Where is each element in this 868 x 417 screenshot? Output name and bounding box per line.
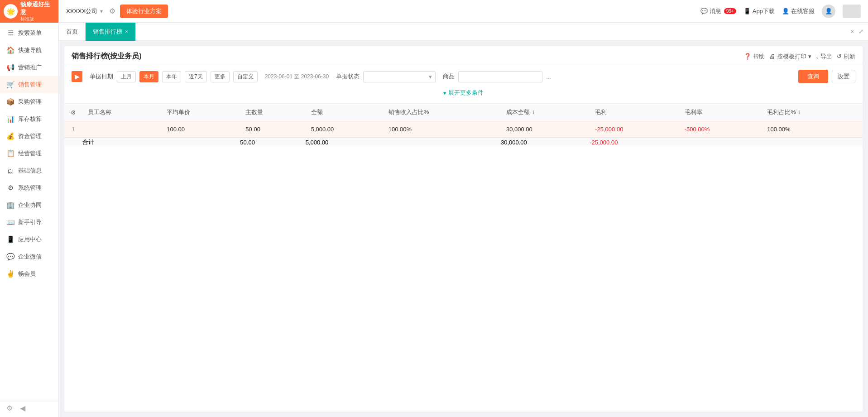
sidebar-icon-guide: 📖 (6, 218, 14, 226)
sidebar-settings-icon[interactable]: ⚙ (6, 404, 13, 412)
expand-row: ▾ 展开更多条件 (72, 87, 855, 99)
print-chevron-icon: ▾ (808, 53, 811, 60)
sidebar-item-quick-nav[interactable]: 🏠 快捷导航 (0, 42, 58, 59)
page-actions: ❓ 帮助 🖨 按模板打印 ▾ ↓ 导出 ↺ 刷新 (744, 53, 856, 61)
th-settings[interactable]: ⚙ (64, 104, 82, 121)
print-button[interactable]: 🖨 按模板打印 ▾ (769, 53, 811, 61)
sidebar-label-app-center: 应用中心 (18, 235, 42, 244)
sidebar-icon-sales: 🛒 (6, 81, 14, 89)
sidebar-item-enterprise[interactable]: 🏢 企业协同 (0, 197, 58, 214)
table-body: 1 100.00 50.00 5,000.00 100.00% 30,000.0… (64, 121, 863, 138)
cell-gross-pct: 100.00% (762, 121, 863, 138)
status-label: 单据状态 (336, 72, 360, 81)
online-service-button[interactable]: 👤 在线客服 (782, 7, 815, 15)
sidebar-icon-purchase: 📦 (6, 98, 14, 106)
sidebar-item-operations[interactable]: 📋 经营管理 (0, 145, 58, 162)
sidebar-item-finance[interactable]: 💰 资金管理 (0, 128, 58, 145)
sidebar-icon-enterprise: 🏢 (6, 201, 14, 209)
sidebar-item-inventory[interactable]: 📊 库存核算 (0, 110, 58, 128)
print-label: 按模板打印 (777, 53, 806, 61)
tabs-bar: 首页 销售排行榜 × × ⤢ (59, 23, 868, 41)
expand-conditions-button[interactable]: ▾ 展开更多条件 (440, 87, 487, 99)
query-button[interactable]: 查询 (798, 70, 828, 83)
gross-pct-info-icon[interactable]: ℹ (798, 110, 800, 115)
window-expand-icon[interactable]: ⤢ (858, 28, 863, 35)
cost-info-icon[interactable]: ℹ (532, 110, 534, 115)
service-icon: 👤 (782, 8, 789, 14)
message-badge: 99+ (724, 8, 736, 14)
sidebar-icon-marketing: 📢 (6, 63, 14, 72)
sidebar-icon-quick-nav: 🏠 (6, 46, 14, 54)
cell-main-qty: 50.00 (240, 121, 305, 138)
status-select-wrap (363, 71, 436, 82)
page-title: 销售排行榜(按业务员) (72, 52, 142, 61)
company-chevron-icon: ▾ (100, 8, 103, 14)
sidebar-label-member: 畅会员 (18, 270, 36, 278)
goods-input[interactable] (458, 71, 542, 82)
company-selector[interactable]: XXXXX公司 ▾ (66, 7, 103, 15)
sidebar-icon-operations: 📋 (6, 149, 14, 158)
sidebar-icon-app-center: 📱 (6, 235, 14, 244)
date-btn-last-month[interactable]: 上月 (117, 71, 136, 82)
export-button[interactable]: ↓ 导出 (816, 53, 833, 61)
header-gear-icon[interactable]: ⚙ (109, 7, 115, 15)
download-icon: 📱 (743, 8, 751, 14)
footer-amount: 5,000.00 (306, 138, 383, 146)
date-btn-more[interactable]: 更多 (211, 71, 230, 82)
sidebar: 🌟 畅康通好生意 标准版 ☰ 搜索菜单 🏠 快捷导航 📢 营销推广 🛒 销售管理… (0, 0, 59, 417)
avatar[interactable]: 👤 (822, 5, 835, 18)
footer-sales-pct (383, 138, 501, 146)
brand-sub: 标准版 (20, 16, 55, 22)
sidebar-item-app-center[interactable]: 📱 应用中心 (0, 231, 58, 248)
cell-gross-rate: -500.00% (679, 121, 762, 138)
help-button[interactable]: ❓ 帮助 (744, 53, 765, 61)
trial-button[interactable]: 体验行业方案 (120, 5, 168, 18)
sidebar-item-system[interactable]: ⚙ 系统管理 (0, 179, 58, 197)
company-name: XXXXX公司 (66, 7, 97, 15)
sidebar-item-basic-info[interactable]: 🗂 基础信息 (0, 162, 58, 179)
sidebar-label-inventory: 库存核算 (18, 115, 42, 123)
table-footer-row: 合计 50.00 5,000.00 30,000.00 -25,000.00 (64, 138, 863, 146)
date-btn-7days[interactable]: 近7天 (185, 71, 207, 82)
sidebar-icon-basic-info: 🗂 (6, 167, 14, 175)
sidebar-item-purchase[interactable]: 📦 采购管理 (0, 93, 58, 110)
filter-expand-arrow[interactable]: ▶ (72, 71, 82, 82)
sidebar-item-search-order[interactable]: ☰ 搜索菜单 (0, 24, 58, 42)
sidebar-item-sales[interactable]: 🛒 销售管理 (0, 76, 58, 93)
page-content: 销售排行榜(按业务员) ❓ 帮助 🖨 按模板打印 ▾ ↓ 导出 (59, 41, 868, 417)
sidebar-label-search-order: 搜索菜单 (18, 29, 42, 37)
refresh-icon: ↺ (837, 53, 842, 60)
print-icon: 🖨 (769, 53, 775, 60)
main-content: XXXXX公司 ▾ ⚙ 体验行业方案 💬 消息 99+ 📱 App下载 👤 在线… (59, 0, 868, 417)
date-btn-custom[interactable]: 自定义 (233, 71, 258, 82)
sidebar-item-marketing[interactable]: 📢 营销推广 (0, 59, 58, 76)
more-options-icon[interactable]: ... (546, 73, 551, 80)
tab-home[interactable]: 首页 (59, 23, 86, 41)
date-btn-this-year[interactable]: 本年 (162, 71, 181, 82)
app-download-button[interactable]: 📱 App下载 (743, 7, 775, 15)
th-gross-rate: 毛利率 (679, 104, 762, 121)
data-table: ⚙ 员工名称 平均单价 主数量 全额 销售收入占比% 成本全额 ℹ 毛利 毛利率… (64, 104, 863, 146)
sidebar-icon-search-order: ☰ (6, 29, 14, 37)
sidebar-item-wechat[interactable]: 💬 企业微信 (0, 248, 58, 265)
tab-sales-ranking[interactable]: 销售排行榜 × (86, 23, 136, 41)
message-button[interactable]: 💬 消息 99+ (700, 7, 736, 15)
sidebar-label-basic-info: 基础信息 (18, 167, 42, 175)
help-icon: ❓ (744, 53, 751, 60)
footer-main-qty: 50.00 (240, 138, 305, 146)
tab-close-icon[interactable]: × (125, 29, 128, 35)
th-gross-pct: 毛利占比% ℹ (762, 104, 863, 121)
refresh-button[interactable]: ↺ 刷新 (837, 53, 855, 61)
sidebar-label-system: 系统管理 (18, 184, 42, 192)
sidebar-item-member[interactable]: ✌ 畅会员 (0, 265, 58, 283)
date-btn-this-month[interactable]: 本月 (139, 71, 158, 82)
sidebar-item-guide[interactable]: 📖 新手引导 (0, 214, 58, 231)
sidebar-collapse-icon[interactable]: ◀ (20, 404, 25, 412)
window-close-icon[interactable]: × (850, 28, 854, 35)
avatar-icon: 👤 (825, 8, 832, 14)
status-select[interactable] (363, 71, 436, 82)
cell-sales-pct: 100.00% (383, 121, 501, 138)
date-range: 2023-06-01 至 2023-06-30 (265, 73, 329, 81)
setting-button[interactable]: 设置 (832, 70, 855, 83)
logo-icon: 🌟 (4, 4, 18, 19)
